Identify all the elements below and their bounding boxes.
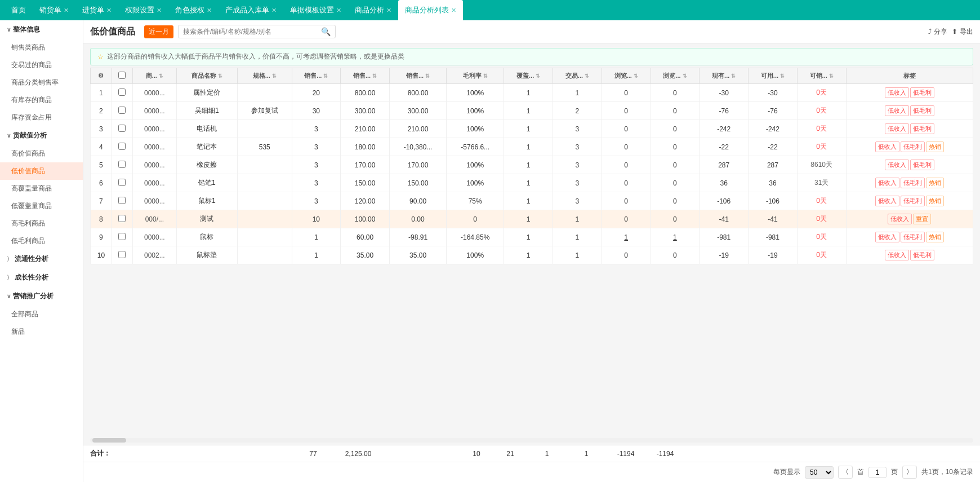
search-input[interactable] (183, 28, 321, 36)
col-browse2[interactable]: 浏览... ⇅ (651, 68, 700, 84)
cell-trade: 3 (553, 174, 602, 192)
cell-check[interactable] (112, 228, 132, 246)
cell-stock2: 36 (749, 174, 798, 192)
cell-sale1: 10 (292, 210, 341, 228)
sidebar-item-low-value[interactable]: 低价值商品 (0, 162, 83, 180)
sidebar-item-high-margin[interactable]: 高毛利商品 (0, 215, 83, 232)
nav-roles[interactable]: 角色授权 ✕ (168, 0, 219, 20)
cell-browse1[interactable]: 0 (602, 156, 651, 174)
sidebar-item-new-goods[interactable]: 新品 (0, 323, 83, 341)
col-stock1[interactable]: 现有... ⇅ (700, 68, 749, 84)
col-browse1[interactable]: 浏览... ⇅ (602, 68, 651, 84)
page-input[interactable] (868, 467, 887, 478)
cell-cover: 1 (504, 228, 553, 246)
cell-trade: 1 (553, 246, 602, 264)
sidebar-group-marketing[interactable]: ∨营销推广分析 (0, 287, 83, 306)
col-stock3[interactable]: 可销... ⇅ (797, 68, 846, 84)
cell-browse1[interactable]: 0 (602, 210, 651, 228)
sidebar-group-flow[interactable]: 〉流通性分析 (0, 250, 83, 268)
sidebar-item-stock-capital[interactable]: 库存资金占用 (0, 109, 83, 126)
cell-browse2: 0 (651, 156, 700, 174)
cell-browse1[interactable]: 0 (602, 138, 651, 156)
sidebar-item-high-coverage[interactable]: 高覆盖量商品 (0, 180, 83, 197)
table-row: 10 0002... 鼠标垫 1 35.00 35.00 100% 1 1 0 … (91, 246, 973, 264)
first-page-btn[interactable]: 〈 (838, 466, 853, 479)
cell-stock2: -19 (749, 246, 798, 264)
tag-badge: 重置 (913, 214, 931, 224)
cell-gross: 0 (447, 210, 504, 228)
col-code[interactable]: 商... ⇅ (133, 68, 176, 84)
col-name[interactable]: 商品名称 ⇅ (176, 68, 237, 84)
table-container[interactable]: ⚙ 商... ⇅ 商品名称 ⇅ 规格... ⇅ 销售... ⇅ 销售... ⇅ … (90, 68, 973, 438)
cell-check[interactable] (112, 156, 132, 174)
cell-browse1[interactable]: 0 (602, 84, 651, 102)
col-trade[interactable]: 交易... ⇅ (553, 68, 602, 84)
sidebar-item-stock-goods[interactable]: 有库存的商品 (0, 91, 83, 109)
sidebar-item-sales-goods[interactable]: 销售类商品 (0, 39, 83, 56)
cell-browse1[interactable]: 0 (602, 174, 651, 192)
filter-button[interactable]: 近一月 (144, 25, 173, 38)
col-cover[interactable]: 覆盖... ⇅ (504, 68, 553, 84)
sidebar-item-category-rate[interactable]: 商品分类销售率 (0, 74, 83, 91)
cell-check[interactable] (112, 84, 132, 102)
horizontal-scroll[interactable] (90, 438, 973, 443)
nav-home[interactable]: 首页 (5, 0, 33, 20)
cell-check[interactable] (112, 174, 132, 192)
cell-sale1: 3 (292, 174, 341, 192)
cell-browse1[interactable]: 0 (602, 246, 651, 264)
sidebar-item-low-coverage[interactable]: 低覆盖量商品 (0, 197, 83, 215)
nav-warehouse[interactable]: 产成品入库单 ✕ (219, 0, 283, 20)
cell-code: 0000... (133, 192, 176, 210)
cell-check[interactable] (112, 120, 132, 138)
cell-check[interactable] (112, 192, 132, 210)
export-button[interactable]: ⬆ 导出 (952, 27, 973, 37)
cell-check[interactable] (112, 246, 132, 264)
nav-purchase[interactable]: 进货单 ✕ (75, 0, 118, 20)
cell-browse1[interactable]: 0 (602, 192, 651, 210)
col-tags: 标签 (846, 68, 973, 84)
col-sale2[interactable]: 销售... ⇅ (341, 68, 390, 84)
nav-analysis-list[interactable]: 商品分析列表 ✕ (398, 0, 463, 20)
info-text: 这部分商品的销售收入大幅低于商品平均销售收入，价值不高，可考虑调整营销策略，或是… (107, 52, 404, 61)
sidebar-item-high-value[interactable]: 高价值商品 (0, 145, 83, 162)
cell-browse1[interactable]: 0 (602, 102, 651, 120)
col-sale3[interactable]: 销售... ⇅ (390, 68, 447, 84)
col-settings[interactable]: ⚙ (91, 68, 112, 84)
nav-permissions[interactable]: 权限设置 ✕ (118, 0, 168, 20)
cell-check[interactable] (112, 138, 132, 156)
tag-badge: 低毛利 (910, 250, 934, 260)
sidebar-group-growth[interactable]: 〉成长性分析 (0, 268, 83, 287)
search-icon[interactable]: 🔍 (321, 27, 331, 36)
cell-check[interactable] (112, 210, 132, 228)
sidebar-item-low-margin[interactable]: 低毛利商品 (0, 232, 83, 250)
sidebar-item-all-goods[interactable]: 全部商品 (0, 306, 83, 323)
cell-browse2: 0 (651, 210, 700, 228)
next-page-btn[interactable]: 〉 (902, 466, 917, 479)
cell-check[interactable] (112, 102, 132, 120)
scroll-thumb[interactable] (92, 438, 126, 443)
cell-sale1: 3 (292, 192, 341, 210)
sidebar-group-overview[interactable]: ∨整体信息 (0, 20, 83, 39)
cell-name: 鼠标1 (176, 192, 237, 210)
cell-cover: 1 (504, 138, 553, 156)
cell-browse1[interactable]: 1 (602, 228, 651, 246)
page-size-select[interactable]: 50 100 200 (805, 466, 834, 479)
content-area: 低价值商品 近一月 🔍 ⤴ 分享 ⬆ 导出 ☆ 这部分商品的销售收入大幅低于商品… (83, 20, 980, 482)
nav-analysis[interactable]: 商品分析 ✕ (348, 0, 398, 20)
sidebar-item-traded[interactable]: 交易过的商品 (0, 56, 83, 74)
cell-browse1[interactable]: 0 (602, 120, 651, 138)
col-gross[interactable]: 毛利率 ⇅ (447, 68, 504, 84)
col-spec[interactable]: 规格... ⇅ (237, 68, 292, 84)
nav-template[interactable]: 单据模板设置 ✕ (283, 0, 348, 20)
col-stock2[interactable]: 可用... ⇅ (749, 68, 798, 84)
share-button[interactable]: ⤴ 分享 (928, 27, 947, 37)
footer-sale1: 77 (291, 450, 336, 458)
col-sale1[interactable]: 销售... ⇅ (292, 68, 341, 84)
cell-sale3: -10,380... (390, 138, 447, 156)
nav-sales[interactable]: 销货单 ✕ (33, 0, 75, 20)
cell-sale2: 210.00 (341, 120, 390, 138)
cell-name: 橡皮擦 (176, 156, 237, 174)
col-checkbox[interactable] (112, 68, 132, 84)
footer-stock2: -1194 (645, 450, 685, 458)
sidebar-group-contribution[interactable]: ∨贡献值分析 (0, 126, 83, 145)
